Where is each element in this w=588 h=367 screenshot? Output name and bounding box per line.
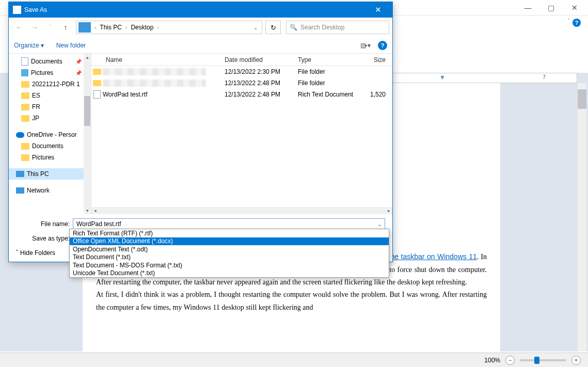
tree-label: Documents	[32, 142, 63, 150]
column-headers[interactable]: Name Date modified Type Size	[91, 54, 392, 66]
ruler-indent-icon[interactable]: ▼	[439, 74, 446, 81]
tree-item[interactable]: JP	[9, 113, 91, 124]
ribbon-chevron-icon[interactable]: ˇ	[568, 19, 569, 24]
tree-item[interactable]: FR	[9, 101, 91, 113]
minimize-button[interactable]: —	[516, 1, 539, 15]
redacted-name	[103, 68, 206, 75]
zoom-out-button[interactable]: −	[505, 356, 515, 365]
col-name[interactable]: Name	[91, 56, 225, 63]
dialog-titlebar[interactable]: Save As ✕	[9, 2, 392, 18]
scroll-thumb[interactable]	[84, 96, 90, 126]
col-date[interactable]: Date modified	[225, 56, 298, 63]
help-button[interactable]: ?	[378, 41, 387, 50]
maximize-button[interactable]: ▢	[539, 1, 563, 15]
file-name	[103, 68, 225, 75]
hide-folders-button[interactable]: ˆ Hide Folders	[16, 249, 55, 257]
close-button[interactable]: ✕	[563, 1, 586, 15]
tree-network[interactable]: Network	[9, 185, 91, 196]
file-row[interactable]: WordPad test.rtf12/13/2022 2:48 PMRich T…	[91, 89, 392, 100]
tree-this-pc[interactable]: This PC	[9, 168, 91, 180]
file-date: 12/13/2022 2:30 PM	[225, 68, 298, 75]
nav-row: ← → ˇ ↑ › This PC › Desktop › ⌄ ↻ 🔍 Sear…	[9, 18, 392, 37]
file-name	[103, 79, 225, 87]
file-type: File folder	[298, 68, 360, 75]
chevron-right-icon[interactable]: ›	[124, 25, 129, 30]
organize-label: Organize	[14, 42, 39, 49]
type-option[interactable]: Text Document - MS-DOS Format (*.txt)	[70, 261, 389, 269]
view-icon: ▤▪	[360, 42, 366, 49]
saveastype-options-popup[interactable]: Rich Text Format (RTF) (*.rtf)Office Ope…	[69, 229, 389, 278]
tree-label: This PC	[27, 170, 49, 178]
app-icon	[13, 6, 21, 14]
file-row[interactable]: 12/13/2022 2:48 PMFile folder	[91, 77, 392, 89]
scroll-up-icon[interactable]: ▴	[84, 54, 91, 61]
folder-icon	[21, 115, 29, 122]
type-option[interactable]: Text Document (*.txt)	[70, 253, 389, 262]
folder-icon	[21, 81, 29, 88]
file-type: Rich Text Document	[298, 91, 360, 98]
file-date: 12/13/2022 2:48 PM	[225, 91, 298, 98]
organize-button[interactable]: Organize ▾	[14, 42, 44, 49]
pic-icon	[21, 69, 28, 76]
tree-item[interactable]: ES	[9, 90, 91, 101]
file-icon	[93, 90, 101, 99]
scroll-left-icon[interactable]: ◂	[91, 207, 99, 214]
tree-item[interactable]: Pictures	[9, 152, 91, 163]
chevron-down-icon[interactable]: ⌄	[377, 221, 382, 227]
file-row[interactable]: 12/13/2022 2:30 PMFile folder	[91, 66, 392, 77]
toolbar: Organize ▾ New folder ▤▪ ▾ ?	[9, 37, 392, 54]
scroll-thumb[interactable]	[578, 89, 586, 109]
tree-label: ES	[32, 92, 40, 99]
tree-label: Pictures	[32, 154, 54, 161]
vertical-scrollbar[interactable]	[577, 83, 586, 352]
scroll-right-icon[interactable]: ▸	[385, 207, 392, 214]
back-button[interactable]: ←	[12, 20, 26, 35]
tree-item[interactable]: Documents	[9, 140, 91, 152]
zoom-slider-thumb[interactable]	[534, 357, 539, 364]
hide-folders-label: Hide Folders	[20, 249, 55, 257]
type-option[interactable]: OpenDocument Text (*.odt)	[70, 245, 389, 253]
refresh-button[interactable]: ↻	[265, 21, 281, 34]
chevron-up-icon: ˆ	[16, 249, 18, 257]
tree-label: FR	[32, 103, 40, 110]
breadcrumb-desktop[interactable]: Desktop	[129, 23, 155, 32]
tree-label: 20221212-PDR 1	[32, 81, 80, 88]
doc-icon	[21, 57, 28, 66]
tree-item[interactable]: Pictures📌	[9, 67, 91, 78]
recent-locations-button[interactable]: ˇ	[43, 20, 57, 35]
tree-item[interactable]: 20221212-PDR 1	[9, 78, 91, 90]
search-input[interactable]: 🔍 Search Desktop	[286, 21, 389, 34]
zoom-slider[interactable]	[520, 359, 566, 361]
col-type[interactable]: Type	[298, 56, 360, 63]
forward-button[interactable]: →	[27, 20, 42, 35]
filename-input[interactable]: WordPad test.rtf ⌄	[73, 218, 385, 230]
type-option[interactable]: Rich Text Format (RTF) (*.rtf)	[70, 229, 389, 237]
new-folder-button[interactable]: New folder	[56, 42, 86, 49]
tree-onedrive[interactable]: OneDrive - Persor	[9, 129, 91, 140]
tree-scrollbar[interactable]: ▴ ▾	[84, 54, 91, 214]
type-option[interactable]: Unicode Text Document (*.txt)	[70, 269, 389, 278]
dialog-close-button[interactable]: ✕	[368, 2, 388, 18]
cloud-icon	[16, 132, 24, 138]
address-bar[interactable]: › This PC › Desktop › ⌄	[76, 21, 262, 34]
folder-icon	[21, 154, 29, 161]
help-icon[interactable]: ?	[573, 19, 581, 27]
chevron-right-icon[interactable]: ›	[155, 25, 160, 30]
file-type: File folder	[298, 79, 360, 87]
view-button[interactable]: ▤▪ ▾	[360, 42, 371, 49]
pin-icon: 📌	[75, 70, 82, 76]
folder-icon	[93, 69, 101, 75]
zoom-in-button[interactable]: +	[571, 356, 581, 365]
folder-icon	[21, 143, 29, 150]
chevron-right-icon[interactable]: ›	[93, 25, 98, 30]
breadcrumb-this-pc[interactable]: This PC	[98, 23, 124, 32]
file-scrollbar[interactable]: ◂ ▸	[91, 207, 392, 214]
tree-item[interactable]: Documents📌	[9, 56, 91, 67]
scroll-down-icon[interactable]: ▾	[84, 207, 91, 214]
type-option[interactable]: Office Open XML Document (*.docx)	[70, 237, 389, 246]
col-size[interactable]: Size	[360, 56, 386, 63]
folder-icon	[93, 80, 101, 86]
up-button[interactable]: ↑	[58, 20, 73, 35]
tree-label: Pictures	[31, 69, 53, 76]
address-dropdown-icon[interactable]: ⌄	[249, 25, 262, 30]
